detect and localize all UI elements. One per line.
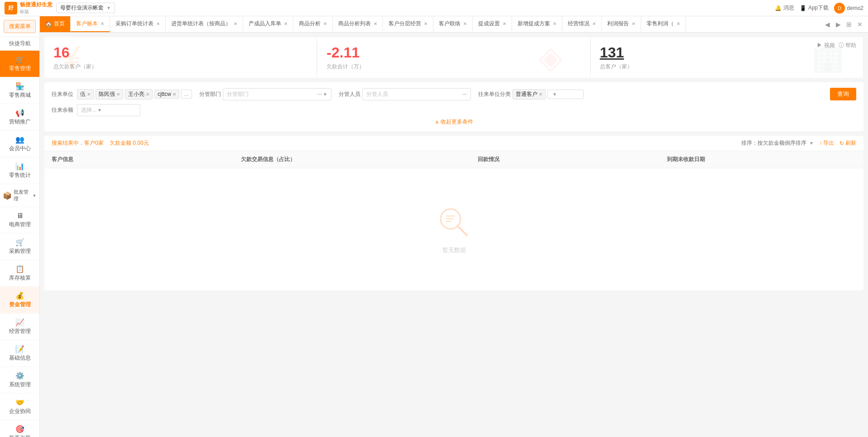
sort-button[interactable]: 排序：按欠款金额倒序排序 ▼ [741, 139, 814, 147]
user-menu[interactable]: D demo2 [834, 3, 863, 14]
sidebar-item-system[interactable]: ⚙️ 系统管理 [0, 367, 39, 394]
logo-area: 好 畅捷通好生意 标版 [5, 1, 53, 15]
tab-close-icon[interactable]: ✕ [676, 21, 680, 26]
tab-product-analysis-list[interactable]: 商品分析列表 ✕ [333, 16, 383, 32]
filter-tag-normal-customer: 普通客户 ✕ [513, 89, 546, 100]
tab-product-inbound[interactable]: 产成品入库单 ✕ [243, 16, 293, 32]
operations-icon: 📈 [15, 318, 24, 327]
messages-button[interactable]: 🔔 消息 [775, 4, 794, 12]
sidebar-item-finance[interactable]: 💰 资金管理 [0, 287, 39, 314]
tab-new-raise-plan[interactable]: 新增提成方案 ✕ [512, 16, 562, 32]
tab-customer-balance[interactable]: 客户账本 ✕ [71, 16, 110, 32]
tab-close-all-button[interactable]: ✕ [855, 20, 864, 29]
top-bar-right: 🔔 消息 📱 App下载 D demo2 [775, 3, 863, 14]
tab-close-icon[interactable]: ✕ [424, 21, 427, 26]
person-select[interactable]: 分管人员 ··· [362, 88, 471, 100]
page-help-area: ▶ 视频 ⓘ 帮助 [817, 42, 856, 49]
search-menu-button[interactable]: 搜索菜单 [4, 20, 36, 33]
filter-tag-cjttcw: cjttcw ✕ [154, 90, 179, 99]
result-bar: 搜索结果中，客户0家 欠款金额 0.00元 排序：按欠款金额倒序排序 ▼ ↑ 导… [44, 136, 863, 151]
tab-raise-settings[interactable]: 提成设置 ✕ [473, 16, 512, 32]
logo-text: 畅捷通好生意 标版 [20, 1, 53, 15]
download-icon: 📱 [800, 5, 806, 11]
tab-expand-button[interactable]: ⊞ [844, 20, 854, 29]
remove-tag-chen[interactable]: ✕ [116, 92, 120, 97]
tab-close-icon[interactable]: ✕ [323, 21, 327, 26]
tab-customer-tier[interactable]: 客户分层经营 ✕ [383, 16, 433, 32]
tab-next-button[interactable]: ▶ [834, 20, 843, 29]
tab-close-icon[interactable]: ✕ [374, 21, 377, 26]
stat-card-overdue-customers: ¥ 16 总欠款客户（家） [44, 37, 317, 78]
tab-retail-profit[interactable]: 零售利润（ ✕ [641, 16, 686, 32]
sidebar-item-marketing[interactable]: 📢 营销推广 [0, 104, 39, 131]
purchase-icon: 🛒 [15, 238, 24, 247]
person-select-dots: ··· [462, 91, 467, 97]
tab-home[interactable]: 🏠 首页 [40, 16, 71, 32]
dept-select-dots: ··· [317, 91, 322, 97]
tab-close-icon[interactable]: ✕ [503, 21, 506, 26]
tab-prev-button[interactable]: ◀ [823, 20, 832, 29]
tab-controls: ◀ ▶ ⊞ ✕ [819, 20, 868, 29]
filter-tag-wang: 王小亮 ✕ [125, 89, 153, 100]
industry-select[interactable]: 母婴行业演示帐套 ▼ [56, 3, 115, 13]
sidebar-item-ecommerce[interactable]: 🖥 电商管理 [0, 207, 39, 233]
balance-select[interactable]: 选择... ▼ [77, 104, 140, 116]
category-chevron-icon: ▼ [552, 92, 557, 97]
sidebar-item-member[interactable]: 👥 会员中心 [0, 131, 39, 157]
sidebar-item-enterprise-collab[interactable]: 🤝 企业协同 [0, 394, 39, 420]
inventory-icon: 📋 [15, 265, 24, 273]
sidebar-item-inventory[interactable]: 📋 库存核算 [0, 260, 39, 287]
tab-close-icon[interactable]: ✕ [156, 21, 160, 26]
tab-product-analysis[interactable]: 商品分析 ✕ [293, 16, 333, 32]
filter-row-2: 往来余额 选择... ▼ [52, 104, 856, 116]
sidebar-item-new-guide[interactable]: 🎯 新手引导 [0, 420, 39, 437]
remove-tag-wang[interactable]: ✕ [146, 92, 149, 97]
tab-profit-report[interactable]: 利润报告 ✕ [602, 16, 641, 32]
remove-tag-normal[interactable]: ✕ [539, 92, 542, 97]
sidebar-item-retail-mall[interactable]: 🏪 零售商城 [0, 77, 39, 104]
empty-state: 暂无数据 [44, 168, 863, 290]
content-area: 🏠 首页 客户账本 ✕ 采购订单统计表 ✕ 进货单统计表（按商品） ✕ 产成品入… [40, 16, 868, 437]
result-info: 搜索结果中，客户0家 欠款金额 0.00元 [52, 139, 149, 147]
export-button[interactable]: ↑ 导出 [819, 139, 834, 147]
tab-close-icon[interactable]: ✕ [463, 21, 467, 26]
tab-close-icon[interactable]: ✕ [632, 21, 635, 26]
tab-close-icon[interactable]: ✕ [553, 21, 556, 26]
query-button[interactable]: 查询 [830, 88, 856, 100]
tab-close-icon[interactable]: ✕ [234, 21, 237, 26]
sidebar-item-operations[interactable]: 📈 经营管理 [0, 314, 39, 340]
app-download-button[interactable]: 📱 App下载 [800, 4, 829, 12]
refresh-button[interactable]: ↻ 刷新 [839, 139, 856, 147]
tab-close-icon[interactable]: ✕ [101, 21, 104, 26]
collapse-row: ∧ 收起更多条件 [52, 118, 856, 126]
sidebar-item-wholesale[interactable]: 📦 批发管理 ▼ [0, 184, 39, 207]
video-help-button[interactable]: ▶ 视频 [817, 42, 834, 49]
tab-close-icon[interactable]: ✕ [592, 21, 596, 26]
tab-purchase-order-stats[interactable]: 采购订单统计表 ✕ [110, 16, 166, 32]
remove-tag-cjttcw[interactable]: ✕ [173, 92, 176, 97]
sidebar-item-retail[interactable]: 🛒 零售管理 [0, 51, 39, 77]
sidebar-item-retail-stats[interactable]: 📊 零售统计 [0, 157, 39, 184]
tab-inbound-stats[interactable]: 进货单统计表（按商品） ✕ [166, 16, 243, 32]
stats-icon: 📊 [15, 162, 24, 171]
dept-select[interactable]: 分管部门 ··· ▼ [223, 88, 331, 100]
collapse-button[interactable]: ∧ 收起更多条件 [435, 118, 473, 126]
sidebar-item-purchase[interactable]: 🛒 采购管理 [0, 233, 39, 260]
guide-icon: 🎯 [15, 425, 24, 433]
help-button[interactable]: ⓘ 帮助 [839, 42, 856, 49]
sidebar-search-area: 搜索菜单 [0, 16, 39, 37]
tab-close-icon[interactable]: ✕ [284, 21, 288, 26]
stat-bg-yuan: ¥ [62, 39, 80, 76]
tab-customer-contact[interactable]: 客户联络 ✕ [433, 16, 473, 32]
ecommerce-icon: 🖥 [16, 212, 24, 220]
remove-tag-wu[interactable]: ✕ [87, 92, 91, 97]
tab-business-situation[interactable]: 经营情况 ✕ [562, 16, 602, 32]
stat-card-overdue-amount: ◈ -2.11 欠款合计（万） [317, 37, 590, 78]
filter-more-tags[interactable]: ... [181, 90, 192, 99]
sidebar-item-basic-info[interactable]: 📝 基础信息 [0, 340, 39, 367]
unit-category-select[interactable]: ▼ [547, 90, 584, 99]
svg-rect-4 [446, 221, 451, 222]
quick-nav-button[interactable]: 快捷导航 [0, 37, 39, 51]
unit-filter-label: 往来单位 [52, 90, 73, 98]
main-layout: 搜索菜单 快捷导航 🛒 零售管理 🏪 零售商城 📢 营销推广 👥 会员中心 📊 … [0, 16, 868, 437]
